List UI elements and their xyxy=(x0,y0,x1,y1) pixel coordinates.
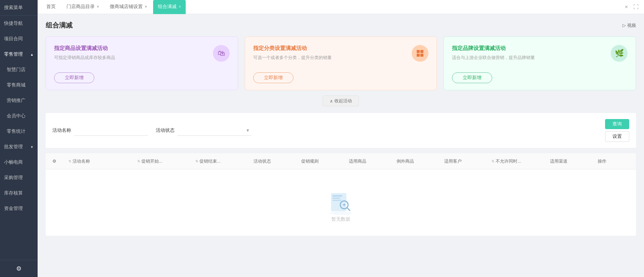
brand-promo-card: 指定品牌设置满减活动 适合与上游企业联合做营销，提升品牌销量 🌿 立即新增 xyxy=(444,37,636,90)
sidebar-item-purchase-manage[interactable]: 采购管理 xyxy=(0,170,38,185)
th-customer: 适用客户 xyxy=(442,158,489,164)
sidebar-item-quick-nav[interactable]: 快捷导航 xyxy=(0,16,38,31)
sidebar-settings-button[interactable]: ⚙ xyxy=(0,260,38,277)
collapse-bar: ∧ 收起活动 xyxy=(46,96,636,106)
sort-icon: ⇅ xyxy=(68,159,71,163)
th-label: 适用客户 xyxy=(444,158,462,164)
sidebar-search-label: 搜索菜单 xyxy=(4,5,23,10)
main-area: 首页 门店商品目录 × 微商城店铺设置 × 组合满减 × × ⛶ 组合满减 ▷ … xyxy=(38,0,644,277)
sidebar-item-fund-manage[interactable]: 资金管理 xyxy=(0,201,38,216)
th-label: 活动状态 xyxy=(254,158,271,164)
th-end-date[interactable]: ⇅ 促销结束... xyxy=(193,158,251,164)
filter-activity-name: 活动名称 xyxy=(52,125,148,136)
activity-name-input[interactable] xyxy=(74,125,148,136)
gear-icon: ⚙ xyxy=(52,159,56,164)
sidebar-item-label: 资金管理 xyxy=(4,206,23,212)
th-start-date[interactable]: ⇅ 促销开始... xyxy=(135,158,193,164)
chevron-down-icon: ▼ xyxy=(30,145,34,149)
brand-card-add-button[interactable]: 立即新增 xyxy=(452,72,492,83)
collapse-label: 收起活动 xyxy=(334,98,352,104)
svg-rect-8 xyxy=(332,200,341,201)
sidebar-item-marketing[interactable]: 营销推广 xyxy=(0,93,38,108)
empty-text: 暂无数据 xyxy=(331,216,350,222)
th-activity-name[interactable]: ⇅ 活动名称 xyxy=(66,158,135,164)
sidebar-item-xc-ecommerce[interactable]: 小畅电商 xyxy=(0,155,38,170)
sidebar-item-project-contract[interactable]: 项目合同 xyxy=(0,31,38,47)
sidebar-item-member-center[interactable]: 会员中心 xyxy=(0,108,38,124)
th-gear[interactable]: ⚙ xyxy=(50,159,66,164)
card-desc: 可选一个或者多个分类，提升分类的销量 xyxy=(253,55,429,66)
sidebar-item-retail-stats[interactable]: 零售统计 xyxy=(0,124,38,139)
sidebar-item-retail-manage[interactable]: 零售管理 ▲ xyxy=(0,47,38,62)
activity-name-label: 活动名称 xyxy=(52,127,71,133)
sidebar-item-label: 零售管理 xyxy=(4,51,23,57)
sidebar: 搜索菜单 快捷导航 项目合同 零售管理 ▲ 智慧门店 零售商城 营销推广 会员中… xyxy=(0,0,38,277)
video-label: 视频 xyxy=(627,22,636,29)
th-label: 适用渠道 xyxy=(550,158,567,164)
th-label: 不允许同时... xyxy=(496,158,521,164)
sidebar-item-label: 会员中心 xyxy=(7,113,26,119)
sidebar-item-retail-mall[interactable]: 零售商城 xyxy=(0,77,38,93)
table-section: ⚙ ⇅ 活动名称 ⇅ 促销开始... ⇅ 促销结束... 活动状态 xyxy=(46,153,636,236)
tab-label: 微商城店铺设置 xyxy=(110,4,143,10)
sort-icon: ⇅ xyxy=(137,159,140,163)
svg-rect-1 xyxy=(420,50,423,53)
close-icon[interactable]: × xyxy=(145,4,147,9)
tab-bar-actions: × ⛶ xyxy=(624,3,640,11)
close-icon[interactable]: × xyxy=(97,4,99,9)
filter-activity-status: 活动状态 ▼ xyxy=(156,125,251,136)
empty-illustration xyxy=(324,189,358,216)
activity-status-label: 活动状态 xyxy=(156,127,175,133)
gear-icon: ⚙ xyxy=(16,265,21,272)
svg-rect-0 xyxy=(417,50,420,53)
card-icon xyxy=(412,45,428,62)
tab-store-catalog[interactable]: 门店商品目录 × xyxy=(62,0,104,14)
video-link[interactable]: ▷ 视频 xyxy=(623,22,636,29)
sidebar-item-label: 零售商城 xyxy=(7,82,26,88)
sidebar-item-label: 快捷导航 xyxy=(4,20,23,26)
th-label: 例外商品 xyxy=(397,158,414,164)
sidebar-item-label: 采购管理 xyxy=(4,175,23,181)
activity-status-select[interactable]: ▼ xyxy=(177,125,251,136)
sidebar-item-wholesale-manage[interactable]: 批发管理 ▼ xyxy=(0,139,38,155)
collapse-activity-button[interactable]: ∧ 收起活动 xyxy=(323,96,359,106)
tab-label: 首页 xyxy=(46,4,56,10)
sidebar-item-inventory-calc[interactable]: 库存核算 xyxy=(0,185,38,201)
tab-home[interactable]: 首页 xyxy=(42,0,60,14)
sidebar-item-smart-store[interactable]: 智慧门店 xyxy=(0,62,38,77)
card-title: 指定分类设置满减活动 xyxy=(253,45,429,52)
content-area: 组合满减 ▷ 视频 指定商品设置满减活动 可指定滞销商品或库存较多商品 🛍 立即… xyxy=(38,14,644,277)
category-card-add-button[interactable]: 立即新增 xyxy=(253,72,293,83)
th-label: 促销规则 xyxy=(301,158,319,164)
tab-bar: 首页 门店商品目录 × 微商城店铺设置 × 组合满减 × × ⛶ xyxy=(38,0,644,14)
category-promo-card: 指定分类设置满减活动 可选一个或者多个分类，提升分类的销量 立即新增 xyxy=(245,37,437,90)
close-icon[interactable]: × xyxy=(179,4,181,9)
th-rule: 促销规则 xyxy=(298,158,346,164)
card-desc: 可指定滞销商品或库存较多商品 xyxy=(54,55,230,66)
close-window-button[interactable]: × xyxy=(624,3,629,11)
card-icon: 🌿 xyxy=(611,45,628,62)
sidebar-search[interactable]: 搜索菜单 xyxy=(0,0,38,16)
th-label: 活动名称 xyxy=(73,158,90,164)
th-notallow[interactable]: ⇅ 不允许同时... xyxy=(489,158,547,164)
tab-wechat-store[interactable]: 微商城店铺设置 × xyxy=(105,0,152,14)
sidebar-item-label: 项目合同 xyxy=(4,36,23,42)
product-card-add-button[interactable]: 立即新增 xyxy=(54,72,94,83)
th-except: 例外商品 xyxy=(394,158,442,164)
th-label: 适用商品 xyxy=(349,158,366,164)
tab-combo-discount[interactable]: 组合满减 × xyxy=(153,0,186,14)
play-icon: ▷ xyxy=(623,23,626,28)
sidebar-item-label: 小畅电商 xyxy=(4,159,23,165)
sidebar-item-label: 营销推广 xyxy=(7,98,26,104)
sidebar-item-label: 批发管理 xyxy=(4,144,23,150)
svg-rect-6 xyxy=(332,196,342,197)
card-title: 指定品牌设置满减活动 xyxy=(452,45,628,52)
th-action: 操作 xyxy=(595,158,632,164)
chevron-up-icon: ▲ xyxy=(30,53,34,56)
page-title: 组合满减 xyxy=(46,21,73,30)
chevron-down-icon: ▼ xyxy=(246,128,250,133)
settings-button[interactable]: 设置 xyxy=(605,131,629,142)
table-header: ⚙ ⇅ 活动名称 ⇅ 促销开始... ⇅ 促销结束... 活动状态 xyxy=(46,153,636,169)
query-button[interactable]: 查询 xyxy=(605,119,629,129)
expand-window-button[interactable]: ⛶ xyxy=(632,3,640,11)
